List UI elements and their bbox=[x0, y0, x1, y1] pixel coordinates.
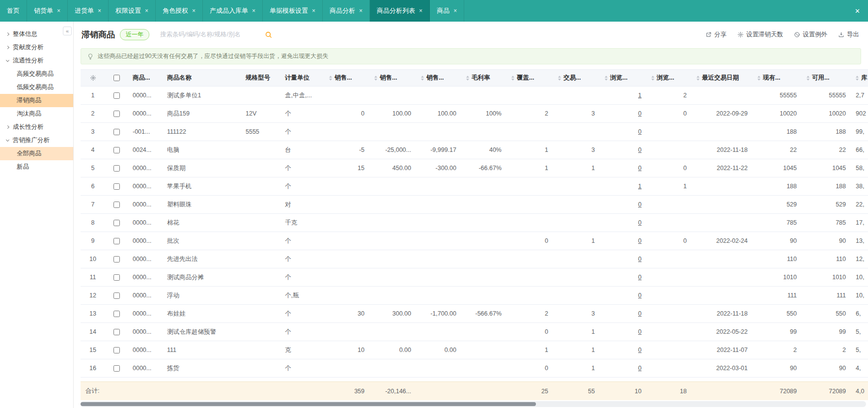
sidebar-item[interactable]: 新品 bbox=[0, 160, 73, 174]
column-header-coverage[interactable]: 覆盖... bbox=[506, 70, 553, 87]
row-checkbox[interactable] bbox=[113, 238, 120, 244]
row-checkbox[interactable] bbox=[113, 129, 120, 135]
views-link[interactable]: 0 bbox=[638, 347, 642, 353]
column-header-onhand[interactable]: 现有... bbox=[753, 70, 802, 87]
sort-icon[interactable] bbox=[511, 76, 514, 81]
sort-icon[interactable] bbox=[605, 76, 608, 81]
sort-icon[interactable] bbox=[856, 76, 859, 81]
sidebar-item[interactable]: 整体信息 bbox=[0, 28, 73, 41]
sort-icon[interactable] bbox=[807, 76, 810, 81]
nav-tab[interactable]: 产成品入库单× bbox=[203, 0, 263, 22]
nav-tab[interactable]: 商品分析× bbox=[323, 0, 370, 22]
nav-tab[interactable]: 商品× bbox=[430, 0, 464, 22]
nav-tab[interactable]: 单据模板设置× bbox=[263, 0, 323, 22]
select-all-checkbox[interactable] bbox=[113, 75, 120, 81]
tab-close-icon[interactable]: × bbox=[359, 8, 363, 14]
tab-close-icon[interactable]: × bbox=[192, 8, 196, 14]
column-header-profit[interactable]: 销售... bbox=[416, 70, 461, 87]
action-button[interactable]: 设置例外 bbox=[794, 30, 827, 39]
sort-icon[interactable] bbox=[558, 76, 561, 81]
views-link[interactable]: 0 bbox=[638, 219, 642, 226]
row-checkbox[interactable] bbox=[113, 183, 120, 190]
tab-close-icon[interactable]: × bbox=[145, 8, 148, 14]
sort-icon[interactable] bbox=[329, 76, 332, 81]
nav-tab[interactable]: 商品分析列表× bbox=[370, 0, 430, 22]
views-link[interactable]: 0 bbox=[638, 146, 642, 153]
tab-close-icon[interactable]: × bbox=[252, 8, 255, 14]
tab-close-icon[interactable]: × bbox=[98, 8, 101, 14]
views-link[interactable]: 0 bbox=[638, 256, 642, 262]
gear-icon[interactable] bbox=[90, 75, 96, 81]
sidebar-item[interactable]: 低频交易商品 bbox=[0, 81, 73, 94]
sort-icon[interactable] bbox=[757, 76, 760, 81]
sidebar-item[interactable]: 高频交易商品 bbox=[0, 67, 73, 81]
views-link[interactable]: 0 bbox=[638, 165, 642, 172]
tab-close-icon[interactable]: × bbox=[453, 8, 457, 14]
column-header-stock[interactable]: 库 bbox=[851, 70, 868, 87]
column-header-views2[interactable]: 浏览... bbox=[646, 70, 692, 87]
sort-icon[interactable] bbox=[651, 76, 654, 81]
row-checkbox[interactable] bbox=[113, 365, 120, 372]
views-link[interactable]: 0 bbox=[638, 201, 642, 208]
column-header-lastDate[interactable]: 最近交易日期 bbox=[692, 70, 753, 87]
views-link[interactable]: 0 bbox=[638, 110, 642, 117]
column-header-qty[interactable]: 销售... bbox=[324, 70, 369, 87]
tab-close-icon[interactable]: × bbox=[57, 8, 60, 14]
row-checkbox[interactable] bbox=[113, 311, 120, 317]
nav-tab[interactable]: 角色授权× bbox=[156, 0, 203, 22]
column-header-num[interactable] bbox=[81, 70, 105, 87]
sidebar-item[interactable]: 营销推广分析 bbox=[0, 134, 73, 147]
column-header-trade[interactable]: 交易... bbox=[553, 70, 600, 87]
sidebar-collapse-button[interactable]: « bbox=[63, 27, 72, 35]
close-icon[interactable]: ✕ bbox=[855, 7, 860, 15]
nav-tab[interactable]: 首页 bbox=[0, 0, 27, 22]
row-checkbox[interactable] bbox=[113, 92, 120, 99]
row-checkbox[interactable] bbox=[113, 147, 120, 153]
row-checkbox[interactable] bbox=[113, 329, 120, 335]
sidebar-item[interactable]: 淘汰商品 bbox=[0, 107, 73, 120]
row-checkbox[interactable] bbox=[113, 220, 120, 226]
row-checkbox[interactable] bbox=[113, 202, 120, 208]
action-button[interactable]: 导出 bbox=[838, 30, 859, 39]
action-button[interactable]: 设置滞销天数 bbox=[737, 30, 783, 39]
column-header-amount[interactable]: 销售... bbox=[369, 70, 416, 87]
action-button[interactable]: 分享 bbox=[705, 30, 727, 39]
views-link[interactable]: 0 bbox=[638, 128, 642, 135]
nav-tab[interactable]: 销货单× bbox=[27, 0, 68, 22]
views-link[interactable]: 0 bbox=[638, 328, 642, 335]
row-checkbox[interactable] bbox=[113, 165, 120, 172]
sidebar-item[interactable]: 滞销商品 bbox=[0, 94, 73, 107]
tab-close-icon[interactable]: × bbox=[419, 8, 422, 14]
views-link[interactable]: 0 bbox=[638, 365, 642, 372]
search-input[interactable] bbox=[160, 31, 261, 38]
column-header-views[interactable]: 浏览... bbox=[600, 70, 646, 87]
search-icon[interactable] bbox=[265, 31, 272, 38]
sort-icon[interactable] bbox=[466, 76, 469, 81]
scrollbar-thumb[interactable] bbox=[81, 402, 536, 406]
sidebar-item[interactable]: 成长性分析 bbox=[0, 120, 73, 134]
sort-icon[interactable] bbox=[421, 76, 424, 81]
sort-icon[interactable] bbox=[374, 76, 377, 81]
views-link[interactable]: 1 bbox=[638, 92, 642, 99]
views-link[interactable]: 0 bbox=[638, 274, 642, 281]
tab-close-icon[interactable]: × bbox=[312, 8, 315, 14]
column-header-check[interactable] bbox=[105, 70, 128, 87]
sort-icon[interactable] bbox=[697, 76, 700, 81]
row-checkbox[interactable] bbox=[113, 274, 120, 281]
row-checkbox[interactable] bbox=[113, 111, 120, 117]
views-link[interactable]: 0 bbox=[638, 237, 642, 244]
sidebar-item[interactable]: 贡献度分析 bbox=[0, 41, 73, 54]
nav-tab[interactable]: 进货单× bbox=[68, 0, 109, 22]
row-checkbox[interactable] bbox=[113, 292, 120, 299]
views-link[interactable]: 1 bbox=[638, 183, 642, 190]
row-checkbox[interactable] bbox=[113, 347, 120, 353]
views-link[interactable]: 0 bbox=[638, 292, 642, 299]
column-header-avail[interactable]: 可用... bbox=[802, 70, 851, 87]
nav-tab[interactable]: 权限设置× bbox=[109, 0, 156, 22]
column-header-margin[interactable]: 毛利率 bbox=[461, 70, 506, 87]
period-badge[interactable]: 近一年 bbox=[120, 29, 149, 40]
horizontal-scrollbar[interactable] bbox=[81, 401, 866, 407]
row-checkbox[interactable] bbox=[113, 256, 120, 262]
sidebar-item[interactable]: 全部商品 bbox=[0, 147, 73, 160]
views-link[interactable]: 0 bbox=[638, 310, 642, 317]
